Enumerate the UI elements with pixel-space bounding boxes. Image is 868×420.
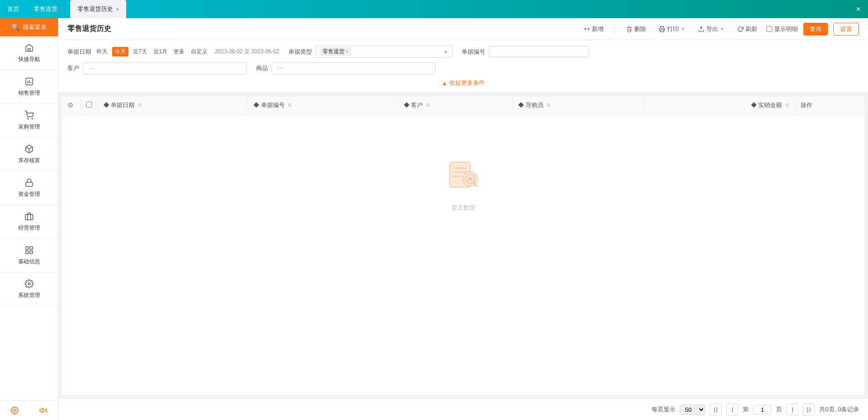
box-icon (24, 144, 34, 154)
sort-date-icon[interactable]: ⇅ (138, 102, 142, 108)
date-filter-label: 单据日期 (67, 48, 91, 56)
chevron-up-icon: ▲ (442, 80, 447, 87)
sidebar-volume-button[interactable] (29, 401, 58, 420)
sidebar-item-quick-nav[interactable]: 快捷导航 (0, 36, 58, 70)
date-range-display: 2023-06-02 至 2023-06-02 (215, 48, 279, 56)
sort-guide-icon[interactable]: ⇅ (546, 102, 550, 108)
page-title: 零售退货历史 (67, 24, 111, 34)
last-page-button[interactable]: ⟩⟩ (803, 404, 815, 415)
col-customer: ◆ 客户 ⇅ (398, 97, 512, 114)
briefcase-icon (24, 211, 34, 221)
settings-button[interactable]: 设置 (833, 23, 859, 36)
svg-marker-13 (40, 408, 43, 413)
date-shortcuts: 昨天 今天 近7天 近1月 更多 自定义 (95, 47, 209, 56)
customer-input[interactable]: ··· (83, 62, 247, 74)
sidebar-bottom (0, 400, 58, 420)
export-button[interactable]: 导出 ▼ (694, 23, 728, 35)
per-page-label: 每页显示 (652, 405, 675, 414)
sidebar-item-operations[interactable]: 经营管理 (0, 205, 58, 239)
table-settings-icon[interactable]: ⚙ (67, 101, 73, 109)
export-icon (698, 26, 704, 32)
settings-icon (24, 279, 34, 289)
sidebar-item-system[interactable]: 系统管理 (0, 272, 58, 306)
goods-input[interactable]: ··· (272, 62, 436, 74)
doc-no-filter: 单据编号 (462, 46, 589, 57)
col-date: ◆ 单据日期 ⇅ (98, 97, 248, 114)
date-shortcut-1month[interactable]: 近1月 (152, 47, 169, 56)
filter-row-2: 客户 ··· 商品 ··· (67, 62, 859, 74)
tab-home[interactable]: 首页 (0, 0, 26, 18)
date-shortcut-7days[interactable]: 近7天 (131, 47, 149, 56)
svg-point-12 (14, 410, 16, 412)
page-unit: 页 (776, 405, 782, 414)
svg-rect-6 (25, 215, 33, 220)
customer-ellipsis-icon[interactable]: ··· (87, 64, 97, 72)
close-tab-retail-return-icon[interactable]: × (60, 6, 63, 12)
export-chevron-icon: ▼ (720, 26, 724, 31)
tab-retail-return-history[interactable]: 零售退货历史 × (70, 0, 126, 18)
toolbar: + + 新增 删除 打印 ▼ 导出 ▼ (580, 23, 859, 36)
sidebar-gear-button[interactable] (0, 401, 29, 420)
cart-icon (24, 110, 34, 120)
home-icon (24, 43, 34, 53)
col-no: ◆ 单据编号 ⇅ (248, 97, 398, 114)
sidebar-item-basic-info[interactable]: 基础信息 (0, 239, 58, 272)
query-button[interactable]: 查询 (803, 23, 828, 36)
date-filter: 单据日期 昨天 今天 近7天 近1月 更多 自定义 2023-06-02 至 2… (67, 47, 279, 56)
data-table: ⚙ ◆ 单据日期 ⇅ ◆ 单据编号 ⇅ (62, 97, 864, 248)
sort-customer-icon[interactable]: ⇅ (426, 102, 430, 108)
sidebar-search-button[interactable]: 🔍 搜索菜单 (0, 18, 58, 36)
empty-illustration (441, 151, 486, 196)
new-button[interactable]: + + 新增 (580, 23, 607, 35)
sort-amount-icon[interactable]: ⇅ (785, 102, 789, 108)
date-shortcut-custom[interactable]: 自定义 (189, 47, 209, 56)
col-checkbox (80, 97, 98, 114)
date-shortcut-today[interactable]: 今天 (112, 47, 128, 56)
goods-ellipsis-icon[interactable]: ··· (276, 64, 285, 72)
svg-rect-14 (661, 30, 664, 32)
doc-no-input[interactable] (489, 46, 589, 57)
refresh-icon (737, 26, 744, 32)
select-all-checkbox[interactable] (86, 102, 92, 108)
page-number-input[interactable] (753, 405, 771, 415)
tab-retail-return[interactable]: 零售退货 × (26, 0, 70, 18)
window-close-button[interactable]: × (848, 5, 868, 14)
main-layout: 🔍 搜索菜单 快捷导航 销售管理 采购管理 库存核算 (0, 18, 868, 420)
print-button[interactable]: 打印 ▼ (655, 23, 689, 35)
col-settings: ⚙ (62, 97, 80, 114)
delete-button[interactable]: 删除 (622, 23, 650, 35)
doc-type-chip-remove[interactable]: × (346, 49, 349, 54)
goods-label: 商品 (256, 64, 268, 72)
next-page-button[interactable]: ⟩ (786, 404, 798, 415)
sidebar-item-purchase[interactable]: 采购管理 (0, 104, 58, 138)
show-detail-input[interactable] (766, 26, 772, 32)
sidebar-item-finance[interactable]: 资金管理 (0, 171, 58, 205)
svg-rect-7 (26, 247, 28, 250)
plus-icon: + (583, 26, 587, 32)
sidebar-item-sales[interactable]: 销售管理 (0, 70, 58, 104)
table-body: 暂无数据 (62, 114, 864, 249)
print-icon (659, 26, 665, 32)
print-chevron-icon: ▼ (681, 26, 685, 31)
close-tab-history-icon[interactable]: × (116, 6, 118, 12)
sidebar-item-inventory[interactable]: 库存核算 (0, 138, 58, 171)
per-page-select[interactable]: 50 100 200 (680, 405, 705, 415)
sort-no-icon[interactable]: ⇅ (288, 102, 292, 108)
doc-type-filter: 单据类型 零售退货 × ▼ (288, 46, 452, 58)
col-amount: ◆ 实销金额 ⇅ (645, 97, 795, 114)
collapse-filter-button[interactable]: ▲ 收起更多条件 (442, 79, 485, 87)
date-shortcut-more[interactable]: 更多 (172, 47, 186, 56)
svg-rect-10 (30, 251, 32, 254)
refresh-button[interactable]: 刷新 (734, 23, 761, 35)
first-page-button[interactable]: ⟨⟨ (710, 404, 722, 415)
prev-page-button[interactable]: ⟨ (726, 404, 738, 415)
date-shortcut-yesterday[interactable]: 昨天 (95, 47, 109, 56)
show-detail-checkbox[interactable]: 显示明细 (766, 25, 798, 33)
sidebar: 🔍 搜索菜单 快捷导航 销售管理 采购管理 库存核算 (0, 18, 58, 420)
grid-icon (24, 245, 34, 255)
pagination-bar: 每页显示 50 100 200 ⟨⟨ ⟨ 第 页 ⟩ ⟩⟩ 共0页, 0条记录 (58, 399, 868, 420)
doc-type-chip: 零售退货 × (320, 47, 351, 56)
tab-list: 首页 零售退货 × 零售退货历史 × (0, 0, 848, 18)
doc-no-label: 单据编号 (462, 48, 485, 56)
doc-type-input[interactable]: 零售退货 × ▼ (316, 46, 452, 58)
